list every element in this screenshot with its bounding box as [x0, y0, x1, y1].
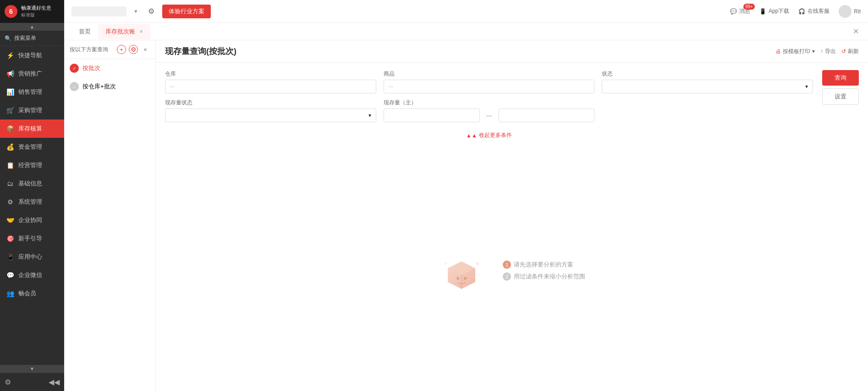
- scheme-batch-label: 按批次: [82, 64, 100, 72]
- sidebar-item-operations[interactable]: 📋 经营管理: [0, 156, 64, 174]
- sidebar-item-marketing[interactable]: 📢 营销推广: [0, 65, 64, 83]
- inventory-main-group: 现存量（主） —: [384, 99, 595, 122]
- print-dropdown-icon[interactable]: ▾: [812, 48, 815, 54]
- settings-button[interactable]: 设置: [822, 88, 859, 105]
- topbar-search-input[interactable]: [71, 6, 126, 16]
- inventory-status-input[interactable]: ▾: [165, 109, 376, 122]
- export-btn[interactable]: ↑ 导出: [820, 48, 836, 55]
- sidebar-item-wechat[interactable]: 💬 企业微信: [0, 266, 64, 284]
- refresh-btn[interactable]: ↺ 刷新: [841, 48, 859, 55]
- scheme-item-warehouse-batch[interactable]: ○ 按仓库+批次: [64, 77, 155, 96]
- sidebar-item-apps[interactable]: 📱 应用中心: [0, 248, 64, 266]
- goods-dots: ···: [389, 83, 393, 90]
- warehouse-label: 仓库: [165, 70, 376, 78]
- messages-action[interactable]: 💬 消息 99+: [730, 7, 750, 15]
- inventory-main-to[interactable]: [499, 109, 595, 122]
- tip-num-2: 2: [503, 272, 511, 281]
- sidebar-item-label: 营销推广: [18, 70, 42, 78]
- scheme-item-batch[interactable]: ✓ 按批次: [64, 59, 155, 77]
- page-header: 现存量查询(按批次) 🖨 按模板打印 ▾ ↑ 导出 ↺ 刷新: [156, 40, 868, 63]
- basic-icon: 🗂: [5, 179, 15, 188]
- search-menu-item[interactable]: 🔍 搜索菜单: [0, 31, 64, 46]
- sidebar-item-label: 企业微信: [18, 271, 42, 279]
- topbar-right: 💬 消息 99+ 📱 App下载 🎧 在线客服 Rit: [730, 5, 861, 18]
- print-icon: 🖨: [775, 48, 781, 54]
- status-filter-group: 状态 ▾: [602, 70, 813, 93]
- status-input[interactable]: ▾: [602, 80, 813, 93]
- purchase-icon: 🛒: [5, 106, 15, 115]
- sidebar-item-system[interactable]: ⚙ 系统管理: [0, 193, 64, 211]
- warehouse-filter-group: 仓库 ···: [165, 70, 376, 93]
- members-icon: 👥: [5, 289, 15, 298]
- right-panel: 现存量查询(按批次) 🖨 按模板打印 ▾ ↑ 导出 ↺ 刷新: [156, 40, 868, 391]
- sidebar-item-basic[interactable]: 🗂 基础信息: [0, 174, 64, 193]
- refresh-icon: ↺: [841, 48, 846, 54]
- chevron-up-icon: ▲▲: [466, 132, 477, 139]
- sidebar-item-purchase[interactable]: 🛒 采购管理: [0, 101, 64, 119]
- sidebar-item-label: 资金管理: [18, 143, 42, 151]
- sidebar-item-finance[interactable]: 💰 资金管理: [0, 138, 64, 156]
- inventory-status-dropdown-icon: ▾: [368, 112, 371, 119]
- sidebar-item-quick-nav[interactable]: ⚡ 快捷导航: [0, 46, 64, 65]
- marketing-icon: 📢: [5, 69, 15, 78]
- left-panel-header: 按以下方案查询 + ⚙ «: [64, 40, 155, 59]
- system-icon: ⚙: [5, 197, 15, 206]
- filter-action-buttons: 查询 设置: [822, 70, 859, 105]
- headset-icon: 🎧: [798, 8, 805, 15]
- query-button[interactable]: 查询: [822, 70, 859, 86]
- range-dash: —: [486, 112, 492, 119]
- warehouse-input[interactable]: ···: [165, 80, 376, 93]
- add-scheme-icon[interactable]: +: [117, 45, 126, 54]
- scheme-settings-icon[interactable]: ⚙: [129, 45, 138, 54]
- topbar-dropdown-icon[interactable]: ▾: [131, 7, 140, 16]
- app-download-action[interactable]: 📱 App下载: [759, 7, 789, 15]
- app-logo: 6: [5, 5, 17, 18]
- tabs-close-button[interactable]: ✕: [851, 25, 861, 38]
- sidebar-item-label: 基础信息: [18, 179, 42, 188]
- inventory-main-from[interactable]: [384, 109, 480, 122]
- svg-point-6: [476, 262, 479, 265]
- empty-tip-1: 1 请先选择要分析的方案: [503, 261, 585, 269]
- filter-row-2: 现存量状态 ▾ 现存量（主）: [165, 99, 813, 122]
- print-btn[interactable]: 🖨 按模板打印 ▾: [775, 48, 815, 55]
- empty-tip-2: 2 用过滤条件来缩小分析范围: [503, 272, 585, 281]
- sidebar-item-sales[interactable]: 📊 销售管理: [0, 83, 64, 101]
- sidebar-footer: ⚙ ◀◀: [0, 373, 64, 391]
- enterprise-icon: 🤝: [5, 216, 15, 225]
- inventory-main-label: 现存量（主）: [384, 99, 595, 107]
- guide-icon: 🎯: [5, 234, 15, 243]
- settings-icon[interactable]: ⚙: [5, 378, 11, 386]
- wechat-icon: 💬: [5, 271, 15, 280]
- warehouse-dots: ···: [170, 83, 175, 90]
- sidebar-item-guide[interactable]: 🎯 新手引导: [0, 229, 64, 248]
- sidebar-item-label: 新手引导: [18, 234, 42, 243]
- online-service-action[interactable]: 🎧 在线客服: [798, 7, 830, 15]
- page-actions: 🖨 按模板打印 ▾ ↑ 导出 ↺ 刷新: [775, 48, 859, 55]
- experience-btn[interactable]: 体验行业方案: [162, 5, 211, 18]
- tab-inventory-batch[interactable]: 库存批次账 ×: [98, 24, 150, 39]
- empty-content: 1 请先选择要分析的方案 2 用过滤条件来缩小分析范围: [439, 248, 585, 293]
- finance-icon: 💰: [5, 142, 15, 152]
- sidebar-item-members[interactable]: 👥 畅会员: [0, 284, 64, 303]
- sidebar-item-label: 经营管理: [18, 161, 42, 169]
- scheme-warehouse-batch-label: 按仓库+批次: [82, 82, 116, 91]
- user-profile[interactable]: Rit: [839, 5, 861, 18]
- svg-point-7: [478, 275, 480, 276]
- refresh-label: 刷新: [848, 48, 859, 55]
- tab-home[interactable]: 首页: [71, 24, 98, 39]
- sidebar-scroll-down[interactable]: ▼: [0, 365, 64, 373]
- topbar-gear-icon[interactable]: ⚙: [145, 5, 158, 18]
- tab-close-icon[interactable]: ×: [140, 28, 143, 35]
- sidebar-item-inventory[interactable]: 📦 库存核算: [0, 119, 64, 138]
- sidebar-item-enterprise[interactable]: 🤝 企业协同: [0, 211, 64, 229]
- collapse-panel-icon[interactable]: «: [141, 45, 150, 54]
- operations-icon: 📋: [5, 161, 15, 170]
- collapse-sidebar-icon[interactable]: ◀◀: [49, 378, 60, 386]
- content-area: 按以下方案查询 + ⚙ « ✓ 按批次 ○ 按仓库+批次 现存量查询(按批次): [64, 40, 868, 391]
- sales-icon: 📊: [5, 87, 15, 97]
- collapse-filters-btn[interactable]: ▲▲ 收起更多条件: [462, 128, 516, 143]
- search-icon: 🔍: [5, 35, 11, 42]
- apps-icon: 📱: [5, 252, 15, 261]
- goods-input[interactable]: ···: [384, 80, 595, 93]
- sidebar-scroll-up[interactable]: ▲: [0, 23, 64, 31]
